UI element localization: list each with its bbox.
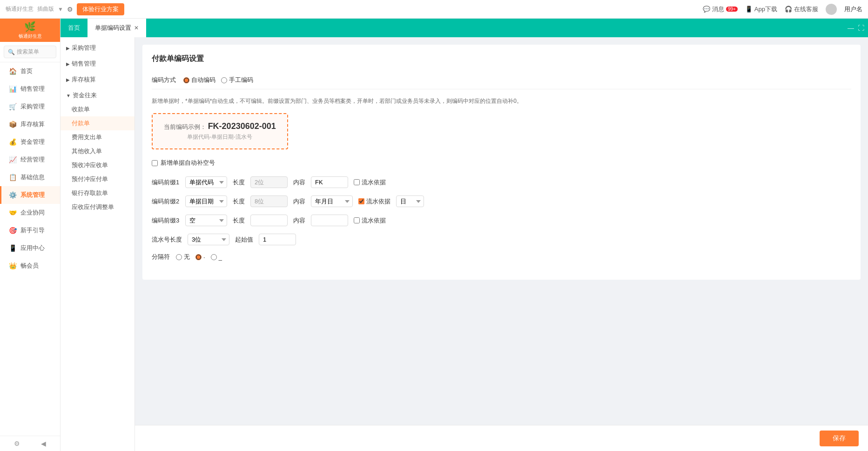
separator-underscore-label: _ — [219, 254, 222, 261]
sidebar-item-guide[interactable]: 🎯 新手引导 — [0, 222, 60, 239]
tab-code-settings[interactable]: 单据编码设置 ✕ — [87, 19, 146, 37]
message-item[interactable]: 💬 消息 99+ — [703, 5, 738, 13]
sidebar-item-apps[interactable]: 📱 应用中心 — [0, 239, 60, 257]
separator-dot-radio[interactable] — [195, 254, 202, 260]
sidebar-item-payment[interactable]: 付款单 — [61, 116, 135, 130]
sidebar-item-home[interactable]: 🏠 首页 — [0, 62, 60, 80]
separator-label: 分隔符 — [152, 253, 170, 261]
operations-icon: 📈 — [9, 156, 17, 163]
group-sales-title[interactable]: ▶ 销售管理 — [61, 57, 135, 71]
dropdown-arrow-icon[interactable]: ▼ — [58, 6, 63, 13]
finance-icon: 💰 — [9, 138, 17, 146]
sidebar-item-purchase[interactable]: 🛒 采购管理 — [0, 98, 60, 115]
auto-code-radio[interactable] — [183, 77, 189, 83]
group-label: 资金往来 — [73, 91, 97, 100]
tab-home[interactable]: 首页 — [61, 19, 87, 37]
sidebar-item-receipt[interactable]: 收款单 — [61, 102, 135, 116]
manual-code-radio[interactable] — [221, 77, 227, 83]
sidebar-item-pre-receivable[interactable]: 预收冲应收单 — [61, 158, 135, 172]
prefix2-length-input — [250, 195, 288, 207]
auto-fill-row: 新增单据自动补空号 — [152, 159, 851, 167]
prefix1-select[interactable]: 单据代码 — [185, 176, 227, 188]
prefix1-content-input[interactable] — [311, 176, 348, 188]
prefix3-watermark-checkbox[interactable] — [354, 217, 360, 223]
separator-none-item[interactable]: 无 — [176, 253, 190, 261]
code-method-row: 编码方式 自动编码 手工编码 — [152, 71, 851, 89]
sidebar-item-label: 畅会员 — [20, 262, 39, 270]
serial-length-select[interactable]: 3位 — [188, 234, 229, 245]
group-purchase-mgmt: ▶ 采购管理 — [61, 41, 135, 55]
sidebar-item-member[interactable]: 👑 畅会员 — [0, 257, 60, 275]
sidebar-item-other-income[interactable]: 其他收入单 — [61, 144, 135, 158]
sidebar-item-label: 基础信息 — [20, 173, 45, 182]
prefix1-watermark-checkbox-row: 流水依据 — [354, 178, 386, 187]
sidebar-item-basic[interactable]: 📋 基础信息 — [0, 168, 60, 186]
sidebar-item-ar-ap-adjust[interactable]: 应收应付调整单 — [61, 200, 135, 214]
tab-close-icon[interactable]: ✕ — [134, 25, 139, 31]
basic-icon: 📋 — [9, 174, 17, 181]
auto-fill-checkbox[interactable] — [152, 160, 158, 166]
prefix2-period-select[interactable]: 日 — [396, 195, 424, 207]
sidebar-item-operations[interactable]: 📈 经营管理 — [0, 151, 60, 168]
prefix1-watermark-checkbox[interactable] — [354, 179, 360, 185]
online-service-item[interactable]: 🎧 在线客服 — [785, 5, 818, 13]
main-layout: 🌿 畅通好生意 🔍 搜索菜单 🏠 首页 📊 销售管理 🛒 采购管理 — [0, 19, 868, 451]
app-download-item[interactable]: 📱 App下载 — [745, 5, 777, 13]
message-icon: 💬 — [703, 6, 710, 13]
prefix1-content-label: 内容 — [293, 178, 305, 187]
sidebar-item-inventory[interactable]: 📦 库存核算 — [0, 115, 60, 133]
avatar[interactable] — [826, 4, 837, 15]
prefix3-select[interactable]: 空 — [185, 215, 227, 226]
minimize-icon[interactable]: — — [848, 24, 854, 32]
search-button[interactable]: 🔍 搜索菜单 — [4, 46, 56, 58]
settings-card: 付款单编码设置 编码方式 自动编码 手 — [142, 45, 861, 280]
purchase-icon: 🛒 — [9, 103, 17, 110]
prefix2-select[interactable]: 单据日期 — [185, 195, 227, 207]
serial-start-input[interactable] — [259, 234, 296, 245]
serial-start-label: 起始值 — [235, 236, 253, 244]
logo-icon: 🌿 — [24, 21, 36, 32]
serial-length-label: 流水号长度 — [152, 236, 182, 244]
separator-underscore-radio[interactable] — [211, 254, 217, 260]
prefix3-watermark-label: 流水依据 — [362, 216, 386, 225]
sidebar-item-enterprise[interactable]: 🤝 企业协同 — [0, 204, 60, 222]
app-icon: 📱 — [745, 6, 753, 13]
preview-box: 当前编码示例： FK-20230602-001 单据代码-单据日期-流水号 — [152, 113, 288, 149]
sidebar-item-system[interactable]: ⚙️ 系统管理 — [0, 186, 60, 204]
top-bar: 畅通好生意 插曲版 ▼ ⚙ 体验行业方案 💬 消息 99+ 📱 App下载 🎧 … — [0, 0, 868, 19]
prefix3-content-input[interactable] — [311, 215, 348, 226]
separator-dot-item[interactable]: · — [195, 254, 205, 261]
collapse-icon[interactable]: ◀ — [41, 440, 46, 447]
prefix2-content-select[interactable]: 年月日 — [311, 195, 353, 207]
brand-name: 畅通好生意 — [6, 5, 34, 13]
sidebar-item-label: 库存核算 — [20, 120, 45, 128]
prefix2-watermark-checkbox[interactable] — [358, 198, 364, 204]
maximize-icon[interactable]: ⛶ — [858, 24, 864, 32]
tab-bar-actions: — ⛶ — [848, 24, 868, 32]
bottom-bar: 保存 — [135, 425, 868, 451]
group-label: 库存核算 — [72, 75, 96, 84]
sidebar-item-sales[interactable]: 📊 销售管理 — [0, 80, 60, 98]
group-inventory-title[interactable]: ▶ 库存核算 — [61, 73, 135, 87]
prefix3-length-input[interactable] — [250, 215, 288, 226]
separator-none-radio[interactable] — [176, 254, 182, 260]
settings-icon[interactable]: ⚙ — [14, 440, 20, 447]
sidebar-item-pre-payable[interactable]: 预付冲应付单 — [61, 172, 135, 186]
auto-code-radio-item[interactable]: 自动编码 — [183, 76, 215, 84]
experience-button[interactable]: 体验行业方案 — [77, 3, 124, 15]
separator-underscore-item[interactable]: _ — [211, 254, 222, 261]
serial-row: 流水号长度 3位 起始值 — [152, 234, 851, 245]
service-icon: 🎧 — [785, 6, 792, 13]
content-area: 首页 单据编码设置 ✕ — ⛶ ▶ 采购管理 — [61, 19, 868, 451]
sidebar-item-finance[interactable]: 💰 资金管理 — [0, 133, 60, 151]
sidebar-item-bank-deposit[interactable]: 银行存取款单 — [61, 186, 135, 200]
group-purchase-title[interactable]: ▶ 采购管理 — [61, 41, 135, 55]
group-capital-title[interactable]: ▼ 资金往来 — [61, 88, 135, 102]
save-button[interactable]: 保存 — [820, 431, 859, 446]
page-title: 付款单编码设置 — [152, 54, 851, 64]
manual-code-radio-item[interactable]: 手工编码 — [221, 76, 253, 84]
settings-gear-icon[interactable]: ⚙ — [67, 6, 73, 13]
group-capital-flow: ▼ 资金往来 收款单 付款单 费用支出单 其他收入单 预收冲应收单 预付冲应付单… — [61, 88, 135, 214]
prefix1-watermark-label: 流水依据 — [362, 178, 386, 187]
sidebar-item-expense[interactable]: 费用支出单 — [61, 130, 135, 144]
